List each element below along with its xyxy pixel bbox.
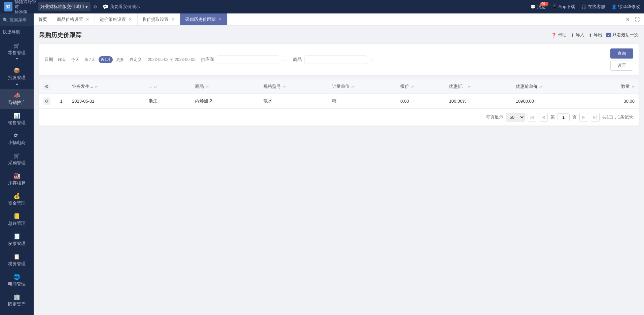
date-opt-last1m[interactable]: 近1月 [99, 56, 113, 63]
sidebar-item-tax[interactable]: 📋 税务管理 [0, 250, 34, 270]
query-button[interactable]: 查询 [610, 48, 633, 59]
table-gear-btn[interactable]: ⚙ [43, 83, 50, 90]
col-header-num [55, 79, 68, 94]
sort-icon: ▴▾ [539, 85, 542, 88]
marketing-icon: 📣 [13, 92, 20, 99]
tab-purchase-strategy[interactable]: 进价策略设置 ✕ [95, 13, 138, 25]
assets-icon: 🏢 [13, 294, 20, 300]
date-opt-custom[interactable]: 自定义 [128, 56, 144, 63]
page-title: 采购历史价跟踪 [39, 31, 81, 39]
main-layout: 🔍 搜索菜单 快捷导航 🛒 零售管理 ▾ 📦 批发管理 ▴ 📣 营销推广 📊 销… [0, 13, 644, 315]
sidebar-item-label: 采购管理 [8, 160, 26, 166]
sidebar-item-ecommerce-small[interactable]: 🛍 小畅电商 [0, 129, 34, 149]
ledger-icon: 📒 [13, 213, 20, 219]
product-filter-group: 商品 ... [293, 56, 375, 64]
sidebar-item-payroll[interactable]: 💳 工资 [0, 311, 34, 315]
product-input[interactable] [305, 56, 367, 64]
product-more-icon[interactable]: ... [370, 56, 375, 63]
sidebar-item-retail[interactable]: 🛒 零售管理 ▾ [0, 39, 34, 64]
tab-history-price[interactable]: 采购历史价跟踪 ✕ [180, 13, 227, 25]
date-filter-label: 日期 [44, 57, 53, 63]
table-cell-num: 1 [55, 94, 68, 108]
col-header-quote[interactable]: 报价 ▴▾ [396, 79, 445, 94]
demo-link[interactable]: 💬 我要看实例演示 [103, 4, 140, 10]
help-link[interactable]: ❓ 帮助 [551, 32, 567, 38]
col-header-more[interactable]: ... ▴▾ [145, 79, 191, 94]
next-page-btn[interactable]: ▶ [579, 113, 588, 121]
sidebar-item-label: 营销推广 [8, 100, 26, 106]
logo-text: 畅捷通好业财 标准版 [14, 0, 38, 14]
tab-sale-price-close[interactable]: ✕ [171, 17, 175, 22]
online-service-item[interactable]: 🎧 在线客服 [581, 4, 605, 10]
table-header-row: ⚙ 业务发生... ▴▾ ... ▴▾ [39, 79, 639, 94]
sidebar-item-label: 批发管理 [8, 75, 26, 81]
col-header-product[interactable]: 商品 ▴▾ [191, 79, 260, 94]
message-icon-item[interactable]: 💬 消息 99+ [530, 4, 546, 10]
table-header: ⚙ 业务发生... ▴▾ ... ▴▾ [39, 79, 639, 94]
col-header-discount[interactable]: 优惠折... ▴▾ [445, 79, 511, 94]
edition-selector[interactable]: 好业财标准版交付试用 ▾ [38, 2, 91, 11]
import-link[interactable]: ⬇ 导入 [571, 32, 584, 38]
user-profile-item[interactable]: 👤 徐泽华修改 [611, 4, 640, 10]
prev-page-btn[interactable]: ◀ [539, 113, 548, 121]
export-icon: ⬆ [588, 33, 592, 38]
page-input[interactable] [558, 113, 570, 121]
date-filter-group: 日期 昨天 今天 近7天 近1月 更多 自定义 2023-05-02 至 202… [44, 56, 195, 63]
data-table: ⚙ 业务发生... ▴▾ ... ▴▾ [39, 79, 639, 108]
tab-purchase-strategy-close[interactable]: ✕ [128, 17, 133, 22]
sidebar-item-ledger[interactable]: 📒 总账管理 [0, 210, 34, 230]
col-header-spec[interactable]: 规格型号 ▴▾ [259, 79, 328, 94]
per-page-select[interactable]: 102050100 [506, 113, 525, 121]
total-info: 共1页，1条记录 [602, 114, 633, 120]
filter-settings-button[interactable]: 设置 [610, 61, 633, 71]
sidebar-quicknav[interactable]: 快捷导航 [0, 26, 34, 38]
expand-arrow-icon: ▴ [16, 82, 18, 85]
app-download-item[interactable]: 📱 App下载 [552, 4, 575, 10]
tab-home[interactable]: 首页 [34, 13, 52, 25]
col-header-unit[interactable]: 计量单位 ▴▾ [328, 79, 396, 94]
sidebar-item-inventory[interactable]: 🏭 库存核算 [0, 169, 34, 189]
row-gear-btn[interactable]: ⚙ [43, 97, 50, 105]
sort-icon: ▴▾ [95, 85, 98, 88]
tab-bar-actions: ✕ ⛶ [621, 13, 644, 25]
date-options: 昨天 今天 近7天 近1月 更多 自定义 [56, 56, 144, 63]
table-body: ⚙ 1 2023-05-31 浙江... [39, 94, 639, 108]
col-header-quantity[interactable]: 数量 ▴▾ [590, 79, 639, 94]
supplier-filter-label: 供应商 [201, 57, 214, 63]
sidebar-search[interactable]: 🔍 搜索菜单 [0, 13, 34, 26]
supplier-more-icon[interactable]: ... [282, 56, 288, 63]
import-icon: ⬇ [571, 33, 574, 38]
sidebar-item-marketing[interactable]: 📣 营销推广 [0, 89, 34, 109]
tab-expand-btn[interactable]: ⛶ [633, 15, 641, 24]
only-last-checkbox[interactable]: ✓ [606, 33, 611, 37]
date-opt-yesterday[interactable]: 昨天 [56, 56, 68, 63]
tab-close-window-btn[interactable]: ✕ [624, 15, 632, 24]
sidebar-item-assets[interactable]: 🏢 固定资产 [0, 290, 34, 311]
only-last-checkbox-wrapper[interactable]: ✓ 只看最后一次 [606, 32, 639, 38]
search-icon: 🔍 [3, 18, 8, 23]
sidebar-item-finance[interactable]: 💰 资金管理 [0, 189, 34, 210]
tab-sale-price[interactable]: 售价提取设置 ✕ [138, 13, 180, 25]
export-link[interactable]: ⬆ 导出 [588, 32, 602, 38]
tab-price-label: 商品价格设置 [57, 16, 83, 23]
sidebar-item-ecommerce[interactable]: 🌐 电商管理 [0, 270, 34, 290]
col-header-biz-date[interactable]: 业务发生... ▴▾ [68, 79, 145, 94]
app-download-label: App下载 [559, 4, 575, 10]
tab-price-close[interactable]: ✕ [85, 17, 90, 22]
question-icon: ❓ [551, 33, 557, 38]
sidebar-item-sales[interactable]: 📊 销售管理 [0, 109, 34, 129]
date-opt-more[interactable]: 更多 [114, 56, 126, 63]
first-page-btn[interactable]: |◀ [528, 113, 536, 121]
sidebar-item-purchase[interactable]: 🛒 采购管理 [0, 149, 34, 169]
last-page-btn[interactable]: ▶| [591, 113, 600, 121]
date-opt-today[interactable]: 今天 [69, 56, 81, 63]
sidebar-item-invoice[interactable]: 🧾 发票管理 [0, 230, 34, 250]
page-header-actions: ❓ 帮助 ⬇ 导入 ⬆ 导出 ✓ 只看最后一次 [551, 32, 639, 38]
supplier-input[interactable] [217, 56, 279, 64]
tab-history-price-close[interactable]: ✕ [218, 17, 222, 22]
tab-price[interactable]: 商品价格设置 ✕ [52, 13, 95, 25]
col-header-pre-discount-price[interactable]: 优惠前单价 ▴▾ [512, 79, 590, 94]
date-opt-last7[interactable]: 近7天 [83, 56, 97, 63]
sidebar-item-wholesale[interactable]: 📦 批发管理 ▴ [0, 64, 34, 89]
settings-icon[interactable]: ⚙ [93, 4, 97, 9]
